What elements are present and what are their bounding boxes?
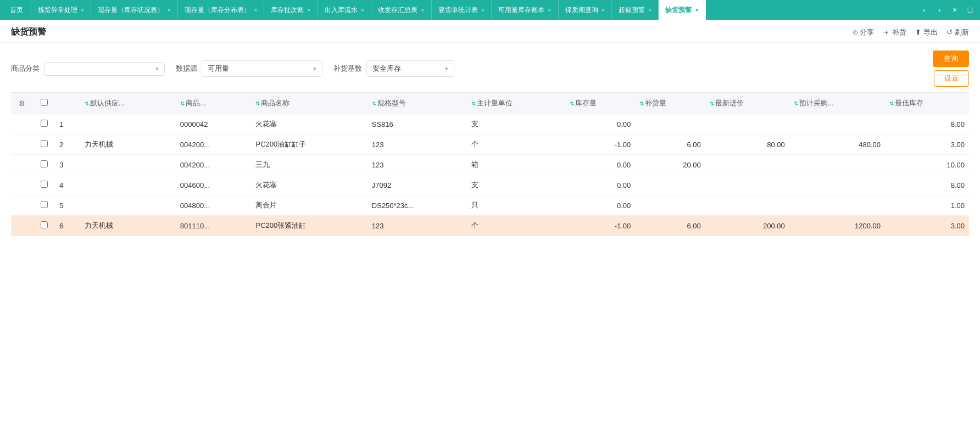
row-settings-cell [11,216,33,236]
tab-close-icon[interactable]: × [361,7,364,13]
tab-label: 现存量（库存分布表） [185,5,250,15]
tab-close-icon[interactable]: × [481,7,485,13]
tab-shortage[interactable]: 缺货预警× [659,0,705,20]
tab-label: 拣货异常处理 [38,5,77,15]
replenish-base-label: 补货基数 [333,64,362,74]
tab-expire[interactable]: 保质期查询× [559,0,612,20]
col-header-latest_price[interactable]: ⇅最新进价 [705,93,789,114]
settings-button[interactable]: 设置 [934,70,969,87]
tab-expand-button[interactable]: □ [962,0,978,20]
col-header-stock[interactable]: ⇅库存量 [565,93,635,114]
datasource-select[interactable]: 可用量 ▾ [202,60,322,77]
row-code: 004200... [176,155,252,175]
row-spec: 123 [368,216,467,236]
row-stock: 0.00 [565,195,635,216]
row-name: PC200张紧油缸 [251,216,367,236]
refresh-button[interactable]: ↺ 刷新 [946,27,969,37]
replenish-button[interactable]: ＋ 补货 [883,27,906,37]
tab-order-stat[interactable]: 要货单统计表× [432,0,492,20]
tab-batch[interactable]: 库存批次账× [264,0,318,20]
row-checkbox[interactable] [41,140,48,147]
col-header-replenish[interactable]: ⇅补货量 [635,93,705,114]
tab-close-icon[interactable]: × [81,7,84,13]
col-header-min_stock[interactable]: ⇅最低库存 [885,93,969,114]
col-header-supplier[interactable]: ⇅默认供应... [80,93,176,114]
row-supplier [80,114,176,135]
shortage-table: ⚙⇅默认供应...⇅商品...⇅商品名称⇅规格型号⇅主计量单位⇅库存量⇅补货量⇅… [11,92,969,236]
main-content: 缺货预警 ⎋ 分享 ＋ 补货 ⬆ 导出 ↺ 刷新 商品分类 [0,20,980,437]
tab-close-icon[interactable]: × [602,7,605,13]
page-title: 缺货预警 [11,26,46,38]
row-name: 三九 [251,155,367,175]
row-number: 2 [55,135,80,155]
refresh-icon: ↺ [946,28,953,36]
col-header-unit[interactable]: ⇅主计量单位 [467,93,565,114]
row-min-stock: 10.00 [885,155,969,175]
tab-avail-ledger[interactable]: 可用量库存账本× [492,0,558,20]
tab-close-icon[interactable]: × [307,7,310,13]
col-header-num [55,93,80,114]
replenish-base-select[interactable]: 安全库存 ▾ [366,60,454,77]
tab-close-icon[interactable]: × [648,7,652,13]
tab-close-icon[interactable]: × [254,7,257,13]
col-header-name[interactable]: ⇅商品名称 [251,93,367,114]
row-stock: -1.00 [565,135,635,155]
row-latest-price [705,195,789,216]
col-header-estimate_purchase[interactable]: ⇅预计采购... [789,93,885,114]
tab-label: 出入库流水 [325,5,358,15]
row-spec: 123 [368,155,467,175]
tab-close-icon[interactable]: × [167,7,170,13]
tab-label: 首页 [10,5,23,15]
tab-label: 要货单统计表 [438,5,478,15]
tab-inout[interactable]: 出入库流水× [318,0,371,20]
row-checkbox[interactable] [41,120,48,127]
row-checkbox[interactable] [41,160,48,167]
row-checkbox[interactable] [41,181,48,188]
tab-close-icon[interactable]: × [695,7,698,13]
tab-prev-button[interactable]: ‹ [916,0,932,20]
row-estimate-purchase [789,175,885,195]
col-header-spec[interactable]: ⇅规格型号 [368,93,467,114]
row-stock: 0.00 [565,175,635,195]
tab-exception[interactable]: 拣货异常处理× [31,0,91,20]
row-checkbox-cell [33,135,55,155]
query-button[interactable]: 查询 [933,51,969,67]
sort-icon-supplier: ⇅ [85,100,89,107]
gear-icon[interactable]: ⚙ [19,99,25,108]
row-code: 0000042 [176,114,252,135]
sort-icon-code: ⇅ [180,100,185,107]
row-replenish: 6.00 [635,216,705,236]
tab-stock-status[interactable]: 现存量（库存状况表）× [91,0,177,20]
tab-next-button[interactable]: › [932,0,947,20]
row-replenish [635,195,705,216]
row-supplier: 力天机械 [80,135,176,155]
tab-overstock[interactable]: 超储预警× [612,0,659,20]
tab-receive[interactable]: 收发存汇总表× [371,0,431,20]
row-checkbox[interactable] [41,221,48,228]
row-unit: 只 [467,195,565,216]
row-latest-price [705,155,789,175]
row-number: 3 [55,155,80,175]
select-all-checkbox[interactable] [41,99,48,106]
row-checkbox[interactable] [41,201,48,208]
replenish-base-filter-group: 补货基数 安全库存 ▾ [333,60,454,77]
category-select[interactable]: ▾ [44,62,165,76]
table-row: 6力天机械801110...PC200张紧油缸123个-1.006.00200.… [11,216,969,236]
export-button[interactable]: ⬆ 导出 [915,27,938,37]
row-code: 801110... [176,216,252,236]
tab-home[interactable]: 首页 [2,0,31,20]
row-spec: SS816 [368,114,467,135]
table-row: 5004800...离合片DS250*23c...只0.001.00 [11,195,969,216]
row-settings-cell [11,195,33,216]
col-header-code[interactable]: ⇅商品... [176,93,252,114]
row-min-stock: 1.00 [885,195,969,216]
tab-close-icon[interactable]: × [421,7,424,13]
tab-close-button[interactable]: × [947,0,962,20]
tab-close-icon[interactable]: × [548,7,551,13]
row-unit: 个 [467,135,565,155]
tab-label: 缺货预警 [665,5,692,15]
row-checkbox-cell [33,114,55,135]
share-button[interactable]: ⎋ 分享 [853,27,874,37]
tab-stock-dist[interactable]: 现存量（库存分布表）× [178,0,264,20]
sort-icon-spec: ⇅ [372,100,376,107]
